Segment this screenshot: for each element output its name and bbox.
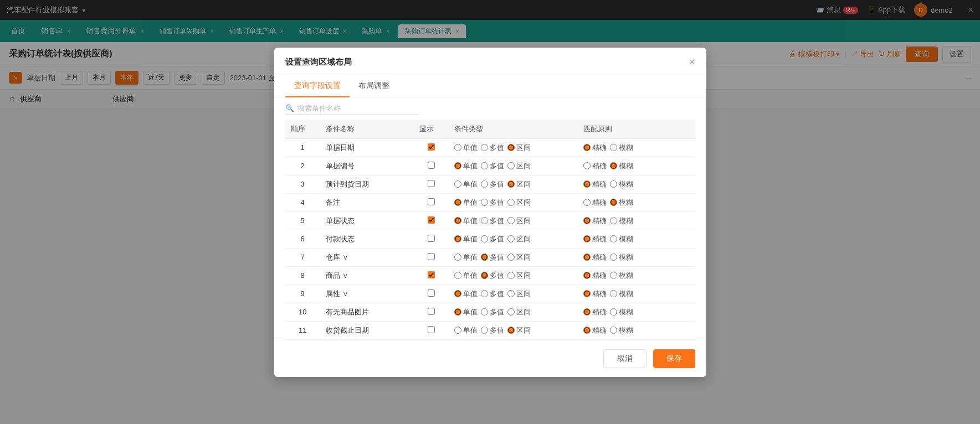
modal-search-area: 🔍	[274, 97, 706, 110]
modal-tabs: 查询字段设置 布局调整	[274, 75, 706, 97]
tab-query-fields[interactable]: 查询字段设置	[285, 75, 350, 97]
modal-title: 设置查询区域布局	[285, 57, 352, 68]
modal-search-input[interactable]	[297, 104, 418, 110]
tab-layout[interactable]: 布局调整	[350, 75, 398, 97]
search-icon: 🔍	[285, 104, 294, 110]
modal-search-inner: 🔍	[285, 104, 418, 110]
modal-close-button[interactable]: ×	[689, 56, 695, 68]
modal: 设置查询区域布局 × 查询字段设置 布局调整 🔍 顺序 条件名称 显示	[274, 48, 706, 110]
modal-overlay[interactable]: 设置查询区域布局 × 查询字段设置 布局调整 🔍 顺序 条件名称 显示	[0, 0, 980, 109]
modal-header: 设置查询区域布局 ×	[274, 48, 706, 75]
